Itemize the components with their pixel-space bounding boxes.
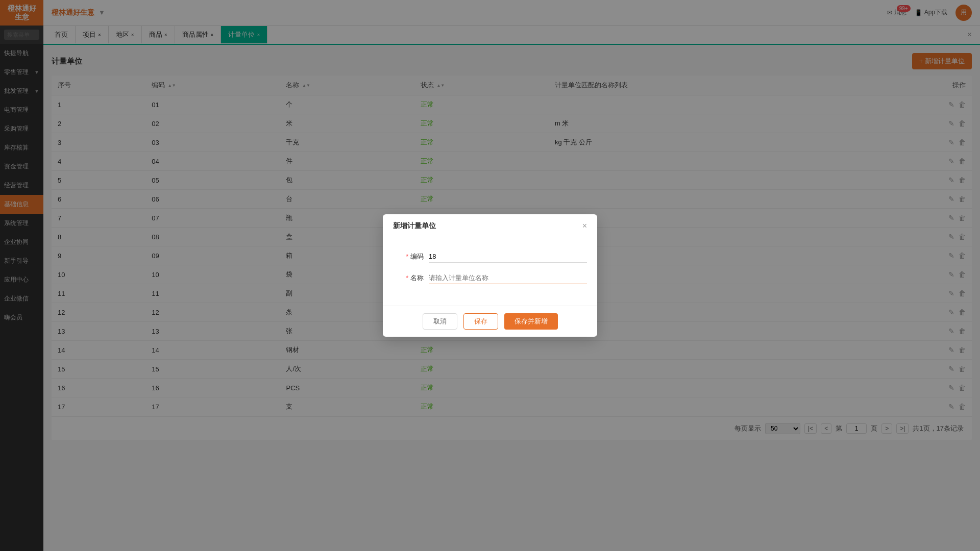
name-label-text: 名称 — [410, 274, 424, 282]
modal-header: 新增计量单位 × — [383, 214, 597, 238]
modal-body: * 编码 * 名称 — [383, 238, 597, 306]
code-input[interactable] — [429, 251, 587, 263]
modal-title: 新增计量单位 — [393, 221, 436, 231]
code-field-row: * 编码 — [393, 251, 587, 263]
required-mark: * — [406, 274, 408, 282]
save-and-new-button[interactable]: 保存并新增 — [504, 313, 558, 330]
modal-close-button[interactable]: × — [582, 221, 587, 231]
save-button[interactable]: 保存 — [463, 313, 498, 330]
code-label: * 编码 — [393, 252, 424, 261]
name-label: * 名称 — [393, 273, 424, 283]
name-field-row: * 名称 — [393, 272, 587, 284]
cancel-button[interactable]: 取消 — [423, 313, 457, 330]
modal-overlay[interactable]: 新增计量单位 × * 编码 * 名称 取消 保存 保存并新增 — [0, 0, 980, 551]
modal-footer: 取消 保存 保存并新增 — [383, 306, 597, 337]
add-unit-modal: 新增计量单位 × * 编码 * 名称 取消 保存 保存并新增 — [383, 214, 597, 337]
code-label-text: 编码 — [410, 253, 424, 260]
required-mark: * — [406, 253, 408, 260]
name-input[interactable] — [429, 272, 587, 284]
